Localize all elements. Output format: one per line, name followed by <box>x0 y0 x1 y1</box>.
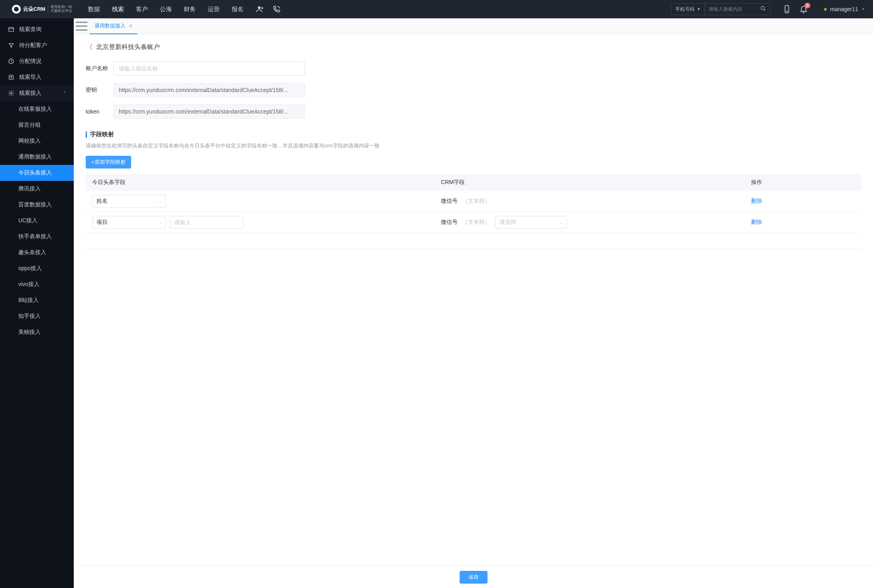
search-box: 手机号码▼ <box>671 3 771 15</box>
sidebar-sub-7[interactable]: UC接入 <box>0 213 74 229</box>
search-input[interactable] <box>704 4 756 15</box>
crm-field-type: （文本框） <box>462 198 490 205</box>
delete-link[interactable]: 删除 <box>751 198 762 204</box>
close-icon[interactable]: ✕ <box>129 23 133 29</box>
logo-icon <box>12 5 21 14</box>
delete-link[interactable]: 删除 <box>751 219 762 225</box>
sidebar-item-0[interactable]: 线索查询 <box>0 22 74 37</box>
svg-point-3 <box>786 11 787 12</box>
crm-option-select[interactable]: 请选择⌄ <box>495 216 567 229</box>
call-icon[interactable] <box>272 5 281 14</box>
sidebar-group-clue-access[interactable]: 线索接入 ˄ <box>0 85 74 101</box>
sidebar-sub-11[interactable]: vivo接入 <box>0 276 74 292</box>
extra-input[interactable] <box>170 216 244 229</box>
sidebar-sub-3[interactable]: 通用数据接入 <box>0 149 74 165</box>
tab-label: 通用数据接入 <box>94 22 126 29</box>
sidebar-sub-0[interactable]: 在线客服接入 <box>0 101 74 117</box>
back-icon[interactable]: 〈 <box>86 42 93 52</box>
crm-field-name: 微信号 <box>441 198 458 205</box>
token-label: token <box>86 108 114 115</box>
sidebar-sub-2[interactable]: 网校接入 <box>0 133 74 149</box>
sidebar: 线索查询待分配客户分配情况线索导入 线索接入 ˄ 在线客服接入留言分组网校接入通… <box>0 18 74 588</box>
sidebar-sub-5[interactable]: 腾讯接入 <box>0 181 74 197</box>
logo-tagline: 教育机构一站 式服务云平台 <box>48 5 72 13</box>
gear-icon <box>8 90 14 96</box>
account-name-input[interactable] <box>114 61 305 76</box>
sidebar-sub-4[interactable]: 今日头条接入 <box>0 165 74 181</box>
token-value[interactable]: https://crm.yunduocrm.com/externalData/s… <box>114 104 305 119</box>
account-name-label: 账户名称 <box>86 65 114 72</box>
user-menu[interactable]: manager11 ▼ <box>824 6 865 12</box>
mapping-table: 今日头条字段 CRM字段 操作 姓名⌄微信号（文本框）删除项目⌄微信号（文本框）… <box>86 174 861 233</box>
collapse-sidebar-icon[interactable] <box>74 18 90 34</box>
col-toutiao-field: 今日头条字段 <box>86 174 435 191</box>
nav-item-6[interactable]: 报名 <box>232 6 244 13</box>
svg-point-7 <box>10 92 12 94</box>
sidebar-sub-10[interactable]: oppo接入 <box>0 261 74 276</box>
col-crm-field: CRM字段 <box>435 174 745 191</box>
save-bar: 保存 <box>74 566 873 588</box>
svg-point-0 <box>258 6 260 9</box>
search-type-select[interactable]: 手机号码▼ <box>671 6 704 13</box>
toutiao-field-select[interactable]: 项目⌄ <box>92 216 166 229</box>
phone-icon[interactable] <box>783 5 791 14</box>
logo-text: 云朵CRM <box>23 6 45 13</box>
chevron-up-icon: ˄ <box>64 91 66 96</box>
clock-icon <box>8 58 14 65</box>
bell-icon[interactable]: 5 <box>799 5 808 14</box>
user-name: manager11 <box>830 6 858 12</box>
table-row: 项目⌄微信号（文本框）请选择⌄删除 <box>86 212 861 233</box>
list-icon <box>8 26 14 33</box>
section-help: 请确保您在此填写的头条自定义字段名称与在今日头条平台中自定义的字段名称一致，并且… <box>86 142 861 149</box>
sidebar-sub-1[interactable]: 留言分组 <box>0 117 74 133</box>
sidebar-sub-13[interactable]: 知乎接入 <box>0 308 74 324</box>
sidebar-sub-8[interactable]: 快手表单接入 <box>0 229 74 245</box>
main-panel: 通用数据接入 ✕ 〈 北京昱新科技头条账户 账户名称 密钥 https://cr… <box>74 18 873 588</box>
nav-item-1[interactable]: 线索 <box>112 6 124 13</box>
sidebar-item-1[interactable]: 待分配客户 <box>0 37 74 53</box>
page-title: 北京昱新科技头条账户 <box>96 43 160 51</box>
nav-item-2[interactable]: 客户 <box>136 6 148 13</box>
sidebar-sub-9[interactable]: 趣头条接入 <box>0 245 74 261</box>
sidebar-sub-14[interactable]: 美柚接入 <box>0 324 74 340</box>
col-actions: 操作 <box>745 174 861 191</box>
sidebar-sub-12[interactable]: B站接入 <box>0 292 74 308</box>
sidebar-item-3[interactable]: 线索导入 <box>0 69 74 85</box>
status-dot-icon <box>824 8 827 11</box>
svg-point-1 <box>761 6 765 10</box>
nav-item-0[interactable]: 数据 <box>88 6 100 13</box>
top-nav-list: 数据线索客户公海财务运营报名 <box>88 6 244 13</box>
tab-bar: 通用数据接入 ✕ <box>74 18 873 34</box>
crm-field-type: （文本框） <box>462 219 490 226</box>
secret-label: 密钥 <box>86 86 114 94</box>
logo: 云朵CRM 教育机构一站 式服务云平台 <box>12 5 72 14</box>
search-icon[interactable] <box>756 6 770 13</box>
notification-badge: 5 <box>804 3 811 8</box>
sidebar-item-2[interactable]: 分配情况 <box>0 53 74 69</box>
crm-field-name: 微信号 <box>441 219 458 226</box>
table-row: 姓名⌄微信号（文本框）删除 <box>86 191 861 212</box>
nav-item-4[interactable]: 财务 <box>184 6 196 13</box>
user-add-icon[interactable] <box>256 5 264 14</box>
nav-item-3[interactable]: 公海 <box>160 6 172 13</box>
save-button[interactable]: 保存 <box>460 571 488 584</box>
tab-general-data-access[interactable]: 通用数据接入 ✕ <box>90 19 138 34</box>
export-icon <box>8 74 14 80</box>
add-mapping-button[interactable]: +添加字段映射 <box>86 156 131 169</box>
svg-rect-4 <box>9 27 14 32</box>
toutiao-field-select[interactable]: 姓名⌄ <box>92 195 166 208</box>
filter-icon <box>8 42 14 49</box>
secret-value[interactable]: https://crm.yunduocrm.com/externalData/s… <box>114 83 305 97</box>
nav-item-5[interactable]: 运营 <box>208 6 220 13</box>
sidebar-sub-6[interactable]: 百度数据接入 <box>0 197 74 213</box>
section-title: 字段映射 <box>86 131 861 138</box>
